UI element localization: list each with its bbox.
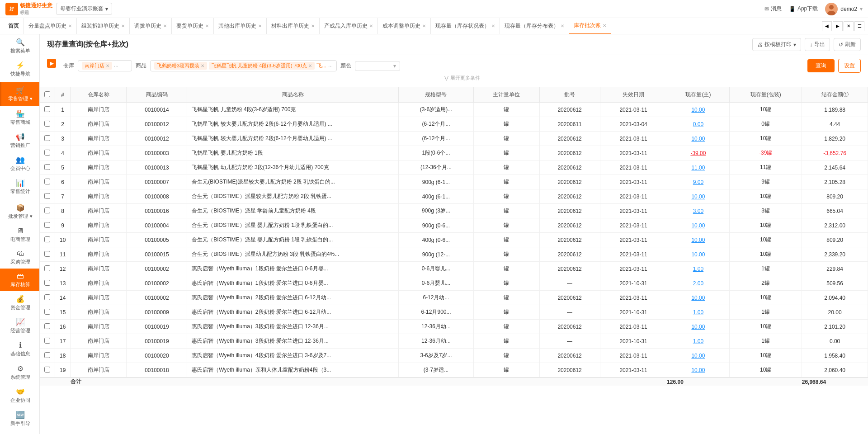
row-checkbox[interactable] [44, 323, 50, 329]
close-icon[interactable]: ✕ [121, 24, 125, 28]
nav-close-btn[interactable]: ✕ [844, 21, 854, 31]
sidebar-item-sys[interactable]: ⚙ 系统管理 [0, 361, 39, 384]
close-icon[interactable]: ✕ [258, 24, 262, 28]
row-qty-main[interactable]: 10.00 [667, 218, 729, 233]
row-qty-main[interactable]: 11.00 [667, 160, 729, 175]
row-checkbox[interactable] [44, 179, 50, 184]
sidebar-item-marketing[interactable]: 📢 营销推广 [0, 129, 39, 152]
row-qty-main[interactable]: 2.00 [667, 276, 729, 291]
nav-prev-btn[interactable]: ◀ [822, 21, 832, 31]
export-button[interactable]: ↓ 导出 [805, 38, 830, 51]
close-icon[interactable]: ✕ [163, 24, 167, 28]
sidebar-item-retail-mgmt[interactable]: 🛒 零售管理 ▾ [0, 82, 39, 105]
row-checkbox[interactable] [44, 294, 50, 300]
tab-chancheng[interactable]: 产成品入库单历史 ✕ [320, 18, 378, 34]
row-qty-main[interactable]: 10.00 [667, 291, 729, 305]
row-checkbox[interactable] [44, 106, 50, 112]
row-checkbox-cell[interactable] [40, 218, 55, 233]
sidebar-item-appcenter[interactable]: 📱 应用中心 [0, 430, 39, 434]
tab-qita-chu[interactable]: 其他出库单历史 ✕ [214, 18, 267, 34]
remove-tag-icon[interactable]: ✕ [201, 63, 204, 68]
product-filter-more[interactable]: ··· [328, 63, 333, 69]
product-more[interactable]: 飞... [316, 62, 326, 70]
workspace-dropdown[interactable]: 母婴行业演示账套 ▾ [56, 3, 112, 15]
row-qty-main[interactable]: 1.00 [667, 262, 729, 276]
close-icon[interactable]: ✕ [311, 24, 315, 28]
row-checkbox-cell[interactable] [40, 132, 55, 146]
close-icon[interactable]: ✕ [68, 24, 72, 28]
sidebar-item-purchase[interactable]: 🛍 采购管理 [0, 246, 39, 269]
row-checkbox[interactable] [44, 135, 50, 141]
app-download-btn[interactable]: 📱 App下载 [789, 5, 818, 13]
sidebar-item-newguide[interactable]: 🆕 新手引导 [0, 407, 39, 430]
print-button[interactable]: 🖨 按模板打印 ▾ [752, 38, 801, 51]
sidebar-item-finance[interactable]: 💰 资金管理 [0, 291, 39, 314]
row-checkbox[interactable] [44, 265, 50, 271]
row-qty-main[interactable]: 10.00 [667, 247, 729, 262]
row-checkbox[interactable] [44, 150, 50, 156]
tab-home[interactable]: 首页 [4, 18, 24, 34]
row-qty-main[interactable]: 10.00 [667, 189, 729, 204]
warehouse-tag[interactable]: 南岸门店 ✕ [82, 62, 112, 70]
sidebar-item-quick-nav[interactable]: ⚡ 快捷导航 [0, 57, 39, 80]
row-checkbox-cell[interactable] [40, 363, 55, 378]
row-qty-main[interactable]: 10.00 [667, 103, 729, 117]
row-checkbox[interactable] [44, 309, 50, 315]
row-checkbox-cell[interactable] [40, 349, 55, 363]
row-checkbox[interactable] [44, 236, 50, 242]
tab-kucun-batch[interactable]: 库存批次账 ✕ [569, 18, 611, 34]
row-checkbox-cell[interactable] [40, 276, 55, 291]
sidebar-item-basic[interactable]: ℹ 基础信息 [0, 337, 39, 360]
row-checkbox[interactable] [44, 367, 50, 373]
close-icon[interactable]: ✕ [491, 24, 495, 28]
row-qty-main[interactable]: 10.00 [667, 320, 729, 334]
row-qty-main[interactable]: 1.00 [667, 305, 729, 320]
row-qty-main[interactable]: 3.00 [667, 204, 729, 218]
row-qty-main[interactable]: 10.00 [667, 132, 729, 146]
row-checkbox[interactable] [44, 193, 50, 199]
remove-tag-icon[interactable]: ✕ [308, 63, 312, 68]
tab-xiancun-status[interactable]: 现存量（库存状况表） ✕ [431, 18, 500, 34]
tab-yao-huo[interactable]: 要货单历史 ✕ [172, 18, 214, 34]
close-icon[interactable]: ✕ [205, 24, 209, 28]
select-all-checkbox[interactable] [44, 91, 50, 97]
product-filter[interactable]: 飞鹤奶粉3段丙搅装 ✕ 飞鹤星飞帆 儿童奶粉 4段(3-6岁适用) 700克 ✕… [150, 60, 337, 71]
close-icon[interactable]: ✕ [422, 24, 426, 28]
row-checkbox-cell[interactable] [40, 334, 55, 349]
row-checkbox[interactable] [44, 164, 50, 170]
row-checkbox-cell[interactable] [40, 189, 55, 204]
refresh-button[interactable]: ↺ 刷新 [834, 38, 861, 51]
row-checkbox-cell[interactable] [40, 160, 55, 175]
nav-next-btn[interactable]: ▶ [833, 21, 843, 31]
row-checkbox[interactable] [44, 222, 50, 228]
filter-more-icon[interactable]: ··· [114, 63, 118, 69]
sidebar-item-retail-shop[interactable]: 🏪 零售商城 [0, 106, 39, 129]
tab-fen-liang[interactable]: 分量盘点单历史 ✕ [24, 18, 77, 34]
tab-zu-zhuang[interactable]: 组装拆卸单历史 ✕ [77, 18, 130, 34]
row-checkbox-cell[interactable] [40, 262, 55, 276]
row-checkbox-cell[interactable] [40, 305, 55, 320]
row-checkbox[interactable] [44, 338, 50, 344]
expand-conditions-btn[interactable]: ⋁ 展开更多条件 [444, 75, 480, 81]
row-qty-main[interactable]: 9.00 [667, 175, 729, 189]
row-checkbox-cell[interactable] [40, 117, 55, 132]
row-qty-main[interactable]: 10.00 [667, 349, 729, 363]
tab-cailiao[interactable]: 材料出库单历史 ✕ [267, 18, 320, 34]
product-tag-1[interactable]: 飞鹤奶粉3段丙搅装 ✕ [154, 62, 207, 70]
row-qty-main[interactable]: 1.00 [667, 334, 729, 349]
row-checkbox-cell[interactable] [40, 204, 55, 218]
row-checkbox-cell[interactable] [40, 233, 55, 247]
row-checkbox-cell[interactable] [40, 320, 55, 334]
row-checkbox[interactable] [44, 208, 50, 213]
expand-more-button[interactable]: ▶ [47, 59, 56, 68]
tab-xiancun-dist[interactable]: 现存量（库存分布表） ✕ [500, 18, 569, 34]
close-icon[interactable]: ✕ [561, 24, 564, 28]
row-qty-main[interactable]: 0.00 [667, 117, 729, 132]
sidebar-item-ecom[interactable]: 🖥 电商管理 [0, 223, 39, 246]
sidebar-item-corp[interactable]: 🤝 企业协同 [0, 384, 39, 407]
sidebar-item-ops[interactable]: 📈 经营管理 [0, 314, 39, 337]
row-qty-main[interactable]: 10.00 [667, 363, 729, 378]
nav-menu-btn[interactable]: ☰ [854, 21, 864, 31]
sidebar-item-retail-stats[interactable]: 📊 零售统计 [0, 175, 39, 198]
tab-chengben[interactable]: 成本调整单历史 ✕ [378, 18, 431, 34]
